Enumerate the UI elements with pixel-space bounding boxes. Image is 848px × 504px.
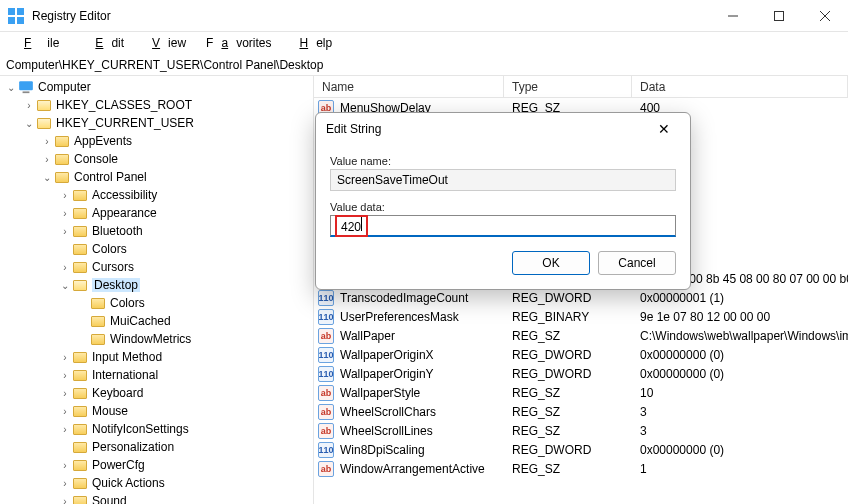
- folder-icon: [54, 134, 70, 148]
- column-name[interactable]: Name: [314, 76, 504, 97]
- column-data[interactable]: Data: [632, 76, 848, 97]
- chevron-right-icon[interactable]: ›: [58, 496, 72, 505]
- tree-item-colors[interactable]: Colors: [0, 240, 313, 258]
- chevron-right-icon[interactable]: ›: [58, 208, 72, 219]
- value-data: C:\Windows\web\wallpaper\Windows\im: [632, 329, 848, 343]
- minimize-button[interactable]: [710, 0, 756, 32]
- chevron-right-icon[interactable]: ›: [58, 388, 72, 399]
- cancel-button[interactable]: Cancel: [598, 251, 676, 275]
- tree-item-label: AppEvents: [74, 134, 132, 148]
- tree-view[interactable]: ⌄Computer›HKEY_CLASSES_ROOT⌄HKEY_CURRENT…: [0, 76, 314, 504]
- chevron-right-icon[interactable]: ›: [40, 136, 54, 147]
- tree-item-label: Mouse: [92, 404, 128, 418]
- binary-value-icon: 110: [318, 366, 334, 382]
- chevron-right-icon[interactable]: ›: [58, 406, 72, 417]
- column-type[interactable]: Type: [504, 76, 632, 97]
- maximize-button[interactable]: [756, 0, 802, 32]
- tree-item-cursors[interactable]: ›Cursors: [0, 258, 313, 276]
- chevron-right-icon[interactable]: ›: [58, 460, 72, 471]
- dialog-close-button[interactable]: ✕: [648, 121, 680, 137]
- tree-item-label: Input Method: [92, 350, 162, 364]
- tree-item-quickactions[interactable]: ›Quick Actions: [0, 474, 313, 492]
- close-button[interactable]: [802, 0, 848, 32]
- tree-item-label: Personalization: [92, 440, 174, 454]
- chevron-right-icon[interactable]: ›: [58, 190, 72, 201]
- menu-favorites[interactable]: Favorites: [198, 34, 279, 52]
- chevron-right-icon[interactable]: ›: [58, 370, 72, 381]
- chevron-down-icon[interactable]: ⌄: [22, 118, 36, 129]
- tree-item-muicached[interactable]: MuiCached: [0, 312, 313, 330]
- value-data-input[interactable]: 420: [330, 215, 676, 237]
- list-row[interactable]: abWallpaperStyleREG_SZ10: [314, 383, 848, 402]
- chevron-down-icon[interactable]: ⌄: [4, 82, 18, 93]
- tree-item-label: NotifyIconSettings: [92, 422, 189, 436]
- folder-icon: [72, 260, 88, 274]
- value-type: REG_DWORD: [504, 443, 632, 457]
- ok-button[interactable]: OK: [512, 251, 590, 275]
- folder-open-icon: [36, 116, 52, 130]
- value-name-label: Value name:: [330, 155, 676, 167]
- tree-item-hkcu[interactable]: ⌄HKEY_CURRENT_USER: [0, 114, 313, 132]
- list-row[interactable]: 110TranscodedImageCountREG_DWORD0x000000…: [314, 288, 848, 307]
- tree-item-bluetooth[interactable]: ›Bluetooth: [0, 222, 313, 240]
- chevron-right-icon[interactable]: ›: [58, 424, 72, 435]
- tree-item-powercfg[interactable]: ›PowerCfg: [0, 456, 313, 474]
- svg-rect-8: [19, 81, 33, 90]
- folder-open-icon: [36, 98, 52, 112]
- chevron-right-icon[interactable]: ›: [58, 226, 72, 237]
- list-row[interactable]: 110WallpaperOriginYREG_DWORD0x00000000 (…: [314, 364, 848, 383]
- value-type: REG_SZ: [504, 386, 632, 400]
- menu-help[interactable]: Help: [283, 34, 340, 52]
- chevron-right-icon[interactable]: ›: [22, 100, 36, 111]
- tree-item-hkcr[interactable]: ›HKEY_CLASSES_ROOT: [0, 96, 313, 114]
- tree-item-inputmethod[interactable]: ›Input Method: [0, 348, 313, 366]
- tree-item-personalization[interactable]: Personalization: [0, 438, 313, 456]
- tree-item-console[interactable]: ›Console: [0, 150, 313, 168]
- tree-item-keyboard[interactable]: ›Keyboard: [0, 384, 313, 402]
- list-row[interactable]: abWheelScrollLinesREG_SZ3: [314, 421, 848, 440]
- tree-item-computer[interactable]: ⌄Computer: [0, 78, 313, 96]
- window-title: Registry Editor: [32, 9, 710, 23]
- value-type: REG_SZ: [504, 405, 632, 419]
- tree-item-windowmetrics[interactable]: WindowMetrics: [0, 330, 313, 348]
- tree-item-desktop[interactable]: ⌄Desktop: [0, 276, 313, 294]
- tree-item-accessibility[interactable]: ›Accessibility: [0, 186, 313, 204]
- list-row[interactable]: abWallPaperREG_SZC:\Windows\web\wallpape…: [314, 326, 848, 345]
- value-data: 0x00000000 (0): [632, 348, 848, 362]
- value-data: 0x00000000 (0): [632, 443, 848, 457]
- chevron-right-icon[interactable]: ›: [58, 478, 72, 489]
- menu-file[interactable]: File: [8, 34, 75, 52]
- chevron-down-icon[interactable]: ⌄: [58, 280, 72, 291]
- tree-item-label: Cursors: [92, 260, 134, 274]
- string-value-icon: ab: [318, 385, 334, 401]
- value-name: Win8DpiScaling: [340, 443, 425, 457]
- folder-icon: [72, 242, 88, 256]
- tree-item-international[interactable]: ›International: [0, 366, 313, 384]
- list-row[interactable]: abWheelScrollCharsREG_SZ3: [314, 402, 848, 421]
- chevron-right-icon[interactable]: ›: [58, 262, 72, 273]
- tree-item-label: HKEY_CLASSES_ROOT: [56, 98, 192, 112]
- address-bar[interactable]: Computer\HKEY_CURRENT_USER\Control Panel…: [0, 54, 848, 76]
- tree-item-controlpanel[interactable]: ⌄Control Panel: [0, 168, 313, 186]
- tree-item-appearance[interactable]: ›Appearance: [0, 204, 313, 222]
- folder-icon: [72, 350, 88, 364]
- tree-item-notifyicon[interactable]: ›NotifyIconSettings: [0, 420, 313, 438]
- chevron-right-icon[interactable]: ›: [40, 154, 54, 165]
- menu-edit[interactable]: Edit: [79, 34, 132, 52]
- tree-item-appevents[interactable]: ›AppEvents: [0, 132, 313, 150]
- tree-item-desktop_colors[interactable]: Colors: [0, 294, 313, 312]
- folder-icon: [54, 152, 70, 166]
- tree-item-mouse[interactable]: ›Mouse: [0, 402, 313, 420]
- list-row[interactable]: 110WallpaperOriginXREG_DWORD0x00000000 (…: [314, 345, 848, 364]
- svg-rect-0: [8, 8, 15, 15]
- list-row[interactable]: abWindowArrangementActiveREG_SZ1: [314, 459, 848, 478]
- tree-item-label: Desktop: [92, 278, 140, 292]
- chevron-right-icon[interactable]: ›: [58, 352, 72, 363]
- menu-view[interactable]: View: [136, 34, 194, 52]
- folder-icon: [90, 296, 106, 310]
- svg-rect-5: [775, 11, 784, 20]
- tree-item-sound[interactable]: ›Sound: [0, 492, 313, 504]
- list-row[interactable]: 110UserPreferencesMaskREG_BINARY9e 1e 07…: [314, 307, 848, 326]
- chevron-down-icon[interactable]: ⌄: [40, 172, 54, 183]
- list-row[interactable]: 110Win8DpiScalingREG_DWORD0x00000000 (0): [314, 440, 848, 459]
